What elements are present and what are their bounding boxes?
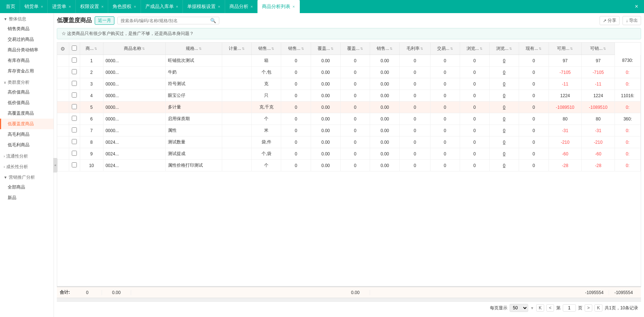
row-checkbox[interactable] xyxy=(69,160,80,171)
browse1-link[interactable]: 0 xyxy=(503,116,506,122)
col-coverage1[interactable]: 覆盖...⇅ xyxy=(311,43,340,55)
browse1-link[interactable]: 0 xyxy=(503,93,506,98)
row-browse1[interactable]: 0 xyxy=(490,55,519,67)
close-analysis[interactable]: × xyxy=(251,4,253,9)
row-browse1[interactable]: 0 xyxy=(490,148,519,160)
row-checkbox[interactable] xyxy=(69,67,80,78)
nav-analysis-list[interactable]: 商品分析列表 × xyxy=(258,0,299,13)
row-select-checkbox[interactable] xyxy=(72,104,77,109)
prev-page-btn[interactable]: < xyxy=(546,304,554,312)
export-btn[interactable]: ↓ 导出 xyxy=(623,16,641,25)
nav-home[interactable]: 首页 xyxy=(1,0,20,13)
row-checkbox[interactable] xyxy=(69,125,80,136)
col-gross-margin[interactable]: 毛利率⇅ xyxy=(400,43,430,55)
last-page-btn[interactable]: K xyxy=(594,304,602,312)
row-checkbox[interactable] xyxy=(69,55,80,67)
row-checkbox[interactable] xyxy=(69,113,80,125)
global-close-btn[interactable]: × xyxy=(631,3,643,10)
search-input[interactable] xyxy=(121,18,210,23)
sidebar-item-sales-goods[interactable]: 销售类商品 xyxy=(0,24,54,34)
col-browse1[interactable]: 浏览...⇅ xyxy=(460,43,489,55)
row-browse1[interactable]: 0 xyxy=(490,160,519,171)
sidebar-item-stock-goods[interactable]: 有库存商品 xyxy=(0,55,54,66)
sidebar-item-high-margin[interactable]: 高毛利商品 xyxy=(0,129,54,140)
search-icon[interactable]: 🔍 xyxy=(210,18,216,23)
share-btn[interactable]: ↗ 分享 xyxy=(600,16,620,25)
section-marketing[interactable]: ▼ 营销推广分析 xyxy=(0,171,54,182)
col-sales3[interactable]: 销售...⇅ xyxy=(370,43,400,55)
row-browse1[interactable]: 0 xyxy=(490,67,519,78)
col-checkbox[interactable] xyxy=(69,43,80,55)
col-gear[interactable]: ⚙ xyxy=(57,43,69,55)
row-browse1[interactable]: 0 xyxy=(490,113,519,125)
col-sales-qty[interactable]: 销售...⇅ xyxy=(252,43,281,55)
row-select-checkbox[interactable] xyxy=(72,139,77,144)
horizontal-scrollbar[interactable] xyxy=(57,298,641,301)
table-wrapper[interactable]: ⚙ 商...⇅ 商品名称⇅ 规格...⇅ 计量...⇅ 销售...⇅ 销售...… xyxy=(57,42,641,286)
select-all-checkbox[interactable] xyxy=(72,45,77,51)
browse1-link[interactable]: 0 xyxy=(503,70,506,75)
row-select-checkbox[interactable] xyxy=(72,58,77,63)
col-sales-amount[interactable]: 销售...⇅ xyxy=(281,43,311,55)
row-select-checkbox[interactable] xyxy=(72,92,77,98)
page-num-input[interactable] xyxy=(563,304,576,312)
sidebar-item-traded-goods[interactable]: 交易过的商品 xyxy=(0,34,54,45)
col-spec[interactable]: 规格...⇅ xyxy=(165,43,222,55)
sidebar-item-new-goods[interactable]: 新品 xyxy=(0,193,54,203)
browse1-link[interactable]: 0 xyxy=(503,82,506,87)
sidebar-item-low-coverage[interactable]: 低覆盖度商品 xyxy=(0,119,54,129)
row-select-checkbox[interactable] xyxy=(72,69,77,74)
browse1-link[interactable]: 0 xyxy=(503,140,506,145)
col-sellable[interactable]: 可销...⇅ xyxy=(582,43,615,55)
col-trade[interactable]: 交易...⇅ xyxy=(430,43,460,55)
row-checkbox[interactable] xyxy=(69,78,80,90)
row-checkbox[interactable] xyxy=(69,90,80,102)
browse1-link[interactable]: 0 xyxy=(503,105,506,110)
sidebar-item-stock-capital[interactable]: 库存资金占用 xyxy=(0,66,54,76)
close-sales[interactable]: × xyxy=(41,4,43,9)
nav-purchase[interactable]: 进货单 × xyxy=(48,0,75,13)
sidebar-item-high-value[interactable]: 高价值商品 xyxy=(0,87,54,98)
browse1-link[interactable]: 0 xyxy=(503,128,506,133)
close-roles[interactable]: × xyxy=(134,4,136,9)
close-purchase[interactable]: × xyxy=(68,4,71,9)
row-browse1[interactable]: 0 xyxy=(490,78,519,90)
nav-templates[interactable]: 单据模板设置 × xyxy=(183,0,225,13)
row-checkbox[interactable] xyxy=(69,136,80,148)
row-browse1[interactable]: 0 xyxy=(490,90,519,102)
close-templates[interactable]: × xyxy=(218,4,220,9)
close-products[interactable]: × xyxy=(176,4,178,9)
sidebar-toggle-btn[interactable]: « xyxy=(53,158,58,173)
row-browse1[interactable]: 0 xyxy=(490,136,519,148)
row-select-checkbox[interactable] xyxy=(72,81,77,86)
col-unit[interactable]: 计量...⇅ xyxy=(222,43,251,55)
sidebar-item-low-margin[interactable]: 低毛利商品 xyxy=(0,140,54,150)
browse1-link[interactable]: 0 xyxy=(503,151,506,156)
row-checkbox[interactable] xyxy=(69,148,80,160)
row-checkbox[interactable] xyxy=(69,102,80,113)
browse1-link[interactable]: 0 xyxy=(503,163,506,168)
browse1-link[interactable]: 0 xyxy=(503,58,506,63)
nav-permissions[interactable]: 权限设置 × xyxy=(76,0,108,13)
gear-icon[interactable]: ⚙ xyxy=(60,46,65,52)
nav-analysis[interactable]: 商品分析 × xyxy=(225,0,258,13)
section-overall[interactable]: ▼ 整体信息 xyxy=(0,13,54,24)
nav-products[interactable]: 产成品入库单 × xyxy=(141,0,183,13)
close-analysis-list[interactable]: × xyxy=(292,4,295,9)
sidebar-item-category-rate[interactable]: 商品分类动销率 xyxy=(0,45,54,55)
page-size-select[interactable]: 50 10 20 100 xyxy=(510,304,528,312)
row-browse1[interactable]: 0 xyxy=(490,102,519,113)
nav-roles[interactable]: 角色授权 × xyxy=(108,0,141,13)
next-page-btn[interactable]: > xyxy=(585,304,592,312)
time-filter-btn[interactable]: 近一月 xyxy=(95,16,114,25)
row-select-checkbox[interactable] xyxy=(72,116,77,121)
row-browse1[interactable]: 0 xyxy=(490,125,519,136)
sidebar-item-high-coverage[interactable]: 高覆盖度商品 xyxy=(0,108,54,119)
row-select-checkbox[interactable] xyxy=(72,127,77,132)
section-growth[interactable]: › 成长性分析 xyxy=(0,161,54,171)
close-permissions[interactable]: × xyxy=(101,4,103,9)
col-current[interactable]: 现有...⇅ xyxy=(519,43,549,55)
col-available[interactable]: 可用...⇅ xyxy=(549,43,582,55)
nav-sales[interactable]: 销货单 × xyxy=(20,0,48,13)
col-browse2[interactable]: 浏览...⇅ xyxy=(490,43,519,55)
